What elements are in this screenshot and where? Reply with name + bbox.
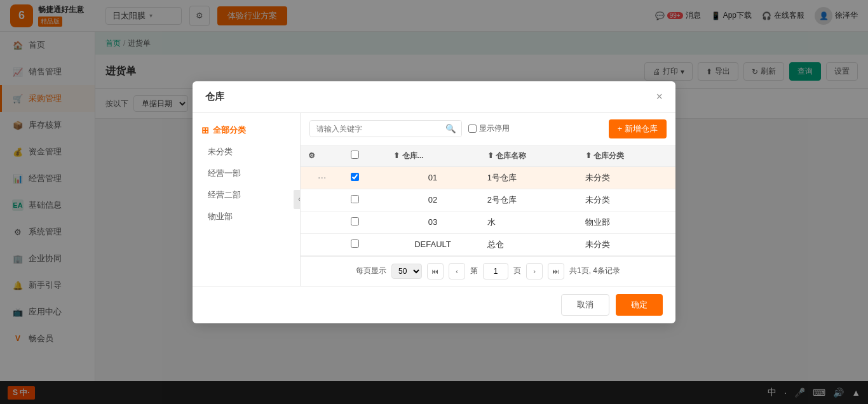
- grid-icon: ⊞: [201, 125, 209, 135]
- sort-cat-icon: ⬆: [585, 151, 592, 160]
- table-row[interactable]: ··· 01 1号仓库 未分类: [301, 166, 675, 189]
- modal-close-button[interactable]: ×: [656, 90, 663, 104]
- warehouse-modal: 仓库 × ⊞ 全部分类 未分类 经营一部 经营二部 物业部 «: [193, 81, 675, 323]
- settings-col-icon: ⚙: [308, 151, 315, 160]
- modal-overlay: 仓库 × ⊞ 全部分类 未分类 经营一部 经营二部 物业部 «: [0, 0, 868, 404]
- row-name: 总仓: [480, 233, 578, 255]
- row-actions: ···: [301, 166, 343, 189]
- table-row[interactable]: 02 2号仓库 未分类: [301, 189, 675, 211]
- row-checkbox[interactable]: [351, 173, 359, 181]
- row-actions: [301, 189, 343, 211]
- show-disabled-wrap: 显示停用: [468, 123, 510, 134]
- prev-page-button[interactable]: ‹: [449, 263, 465, 279]
- row-category: 未分类: [578, 233, 675, 255]
- row-number: 01: [386, 166, 479, 189]
- page-size-select[interactable]: 50: [391, 264, 422, 279]
- show-disabled-checkbox[interactable]: [468, 125, 477, 133]
- add-warehouse-button[interactable]: + 新增仓库: [609, 119, 667, 138]
- warehouse-table: ⚙ ⬆ 仓库... ⬆: [301, 145, 675, 256]
- first-page-button[interactable]: ⏮: [427, 263, 444, 279]
- row-name: 1号仓库: [480, 166, 578, 189]
- col-category[interactable]: ⬆ 仓库分类: [578, 145, 675, 167]
- table-toolbar: 🔍 显示停用 + 新增仓库: [301, 113, 675, 145]
- category-all[interactable]: ⊞ 全部分类: [193, 119, 300, 141]
- row-checkbox-cell: [343, 166, 386, 189]
- modal-header: 仓库 ×: [193, 81, 675, 113]
- pagination: 每页显示 50 ⏮ ‹ 第 页 › ⏭ 共1页, 4条记录: [301, 256, 675, 286]
- confirm-button[interactable]: 确定: [616, 294, 663, 316]
- last-page-button[interactable]: ⏭: [548, 263, 564, 279]
- table-scroll: ⚙ ⬆ 仓库... ⬆: [301, 145, 675, 256]
- next-page-button[interactable]: ›: [526, 263, 543, 279]
- row-name: 水: [480, 211, 578, 233]
- row-category: 未分类: [578, 166, 675, 189]
- col-code[interactable]: ⬆ 仓库...: [386, 145, 479, 167]
- row-checkbox[interactable]: [351, 239, 359, 248]
- row-actions: [301, 233, 343, 255]
- category-sidebar: ⊞ 全部分类 未分类 经营一部 经营二部 物业部 «: [193, 113, 301, 286]
- row-number: 02: [386, 189, 479, 211]
- row-category: 未分类: [578, 189, 675, 211]
- col-name[interactable]: ⬆ 仓库名称: [480, 145, 578, 167]
- cancel-button[interactable]: 取消: [561, 294, 609, 316]
- category-item-uncategorized[interactable]: 未分类: [193, 141, 300, 163]
- table-row[interactable]: 03 水 物业部: [301, 211, 675, 233]
- search-input[interactable]: [310, 121, 440, 137]
- page-number-input[interactable]: [483, 263, 508, 279]
- category-item-property[interactable]: 物业部: [193, 206, 300, 227]
- col-settings: ⚙: [301, 145, 343, 167]
- row-number: 03: [386, 211, 479, 233]
- row-dots-menu[interactable]: ···: [318, 172, 326, 183]
- sort-name-icon: ⬆: [487, 151, 494, 160]
- category-item-ops1[interactable]: 经营一部: [193, 163, 300, 184]
- modal-title: 仓库: [205, 91, 224, 103]
- modal-footer: 取消 确定: [193, 286, 675, 323]
- collapse-category-button[interactable]: «: [294, 190, 301, 209]
- row-checkbox[interactable]: [351, 195, 359, 203]
- table-area: 🔍 显示停用 + 新增仓库 ⚙: [301, 113, 675, 286]
- category-item-ops2[interactable]: 经营二部: [193, 184, 300, 206]
- modal-body: ⊞ 全部分类 未分类 经营一部 经营二部 物业部 « 🔍: [193, 113, 675, 286]
- row-checkbox-cell: [343, 189, 386, 211]
- page-total: 共1页, 4条记录: [569, 266, 620, 276]
- search-box: 🔍: [309, 120, 462, 137]
- row-number: DEFAULT: [386, 233, 479, 255]
- row-checkbox-cell: [343, 233, 386, 255]
- row-name: 2号仓库: [480, 189, 578, 211]
- select-all-checkbox[interactable]: [351, 151, 359, 159]
- table-row[interactable]: DEFAULT 总仓 未分类: [301, 233, 675, 255]
- search-button[interactable]: 🔍: [440, 121, 461, 137]
- sort-icon: ⬆: [393, 151, 400, 160]
- row-checkbox[interactable]: [351, 217, 359, 226]
- col-checkbox: [343, 145, 386, 167]
- row-actions: [301, 211, 343, 233]
- row-checkbox-cell: [343, 211, 386, 233]
- row-category: 物业部: [578, 211, 675, 233]
